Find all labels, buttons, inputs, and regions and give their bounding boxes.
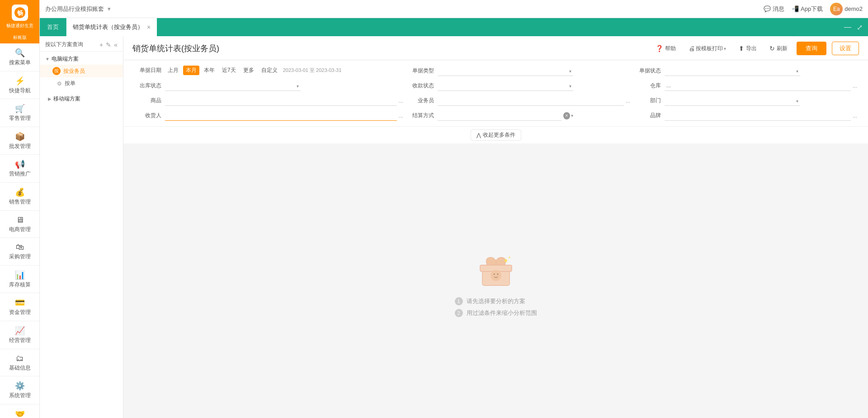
tab-active[interactable]: 销货单统计表（按业务员） × [66, 18, 157, 36]
tab-home[interactable]: 首页 [40, 18, 66, 36]
tabbar: 首页 销货单统计表（按业务员） × — ⤢ [40, 18, 868, 36]
ecommerce-icon: 🖥 [16, 215, 24, 225]
filter-row-3: 商品 ... 业务员 ... 部门 ▾ [132, 95, 859, 106]
sidebar-item-basic[interactable]: 🗂 基础信息 [0, 349, 39, 377]
brand-ellipsis[interactable]: ... [851, 111, 859, 121]
operations-icon: 📈 [15, 326, 25, 336]
filter-goods-col: 商品 ... [132, 95, 405, 106]
sidebar-label-search: 搜索菜单 [9, 59, 31, 66]
add-scheme-btn[interactable]: + [99, 41, 103, 48]
sidebar-item-inventory[interactable]: 📊 库存核算 [0, 266, 39, 294]
page-header-actions: ❓ 帮助 🖨 按模板打印 ▾ ⬆ 导出 ↻ 刷新 [652, 42, 859, 60]
topbar-dropdown-icon[interactable]: ▾ [108, 5, 111, 12]
outstatus-input-wrap: ▾ [165, 81, 301, 91]
date-label: 单据日期 [132, 66, 165, 74]
sales-icon: 💰 [15, 187, 25, 197]
export-btn[interactable]: ⬆ 导出 [735, 43, 760, 54]
purchase-icon: 🛍 [16, 242, 24, 252]
outstatus-label: 出库状态 [132, 82, 165, 90]
step1-text: 请先选择要分析的方案 [467, 297, 525, 305]
sidebar-item-retail[interactable]: 🛒 零售管理 [0, 99, 39, 127]
page-title: 销货单统计表(按业务员) [132, 43, 219, 58]
salesperson-input[interactable] [438, 95, 624, 106]
sidebar-item-ecommerce[interactable]: 🖥 电商管理 [0, 211, 39, 238]
message-btn[interactable]: 💬 消息 [764, 5, 784, 13]
btn-this-month[interactable]: 本月 [183, 66, 199, 75]
sidebar-item-operations[interactable]: 📈 经营管理 [0, 321, 39, 349]
sidebar-item-quicknav[interactable]: ⚡ 快捷导航 [0, 71, 39, 100]
sidebar-label-finance: 资金管理 [9, 309, 31, 316]
warehouse-input[interactable] [665, 81, 851, 91]
topbar-title: 办公用品行业模拟账套 [45, 5, 104, 13]
tab-minimize-btn[interactable]: — [842, 21, 853, 33]
refresh-btn[interactable]: ↻ 刷新 [766, 43, 791, 54]
goods-label: 商品 [132, 97, 165, 104]
recvperson-ellipsis[interactable]: ... [397, 111, 405, 121]
btn-more[interactable]: 更多 [241, 66, 257, 75]
svg-point-5 [509, 256, 510, 258]
btn-custom[interactable]: 自定义 [259, 66, 280, 75]
filter-settlement-col: 结算方式 × ▾ [405, 110, 632, 121]
collapse-panel-btn[interactable]: « [114, 41, 118, 48]
sidebar-label-basic: 基础信息 [9, 365, 31, 372]
settlement-label: 结算方式 [405, 112, 438, 119]
pc-group-label: 电脑端方案 [52, 55, 79, 63]
goods-ellipsis[interactable]: ... [397, 96, 405, 106]
help-btn[interactable]: ❓ 帮助 [652, 43, 679, 54]
sidebar-item-system[interactable]: ⚙️ 系统管理 [0, 376, 39, 404]
department-select[interactable] [665, 95, 800, 106]
settlement-select[interactable] [438, 110, 561, 121]
tab-active-label: 销货单统计表（按业务员） [73, 23, 143, 31]
app-download-btn[interactable]: 📲 App下载 [792, 5, 823, 13]
mobile-scheme-header[interactable]: ▶ 移动端方案 [40, 93, 123, 104]
tree-item-by-order[interactable]: ⚙ 按单 [40, 77, 123, 90]
sidebar-item-sales[interactable]: 💰 销售管理 [0, 183, 39, 211]
btn-this-year[interactable]: 本年 [201, 66, 217, 75]
btn-last-month[interactable]: 上月 [165, 66, 181, 75]
filter-warehouse-col: 仓库 ... [632, 81, 859, 91]
warehouse-ellipsis[interactable]: ... [851, 81, 859, 91]
tab-close-icon[interactable]: × [147, 24, 151, 30]
tab-maximize-btn[interactable]: ⤢ [855, 21, 864, 33]
settings-button[interactable]: 设置 [832, 42, 859, 55]
sidebar-item-marketing[interactable]: 📢 营销推广 [0, 155, 39, 183]
docstatus-select[interactable] [665, 66, 800, 76]
username-label: demo2 [844, 5, 863, 12]
empty-state: 1 请先选择要分析的方案 2 用过滤条件来缩小分析范围 [455, 245, 537, 317]
tree-item-by-salesperson[interactable]: 按 按业务员 [40, 65, 123, 77]
goods-input[interactable] [165, 95, 397, 106]
sidebar-item-purchase[interactable]: 🛍 采购管理 [0, 238, 39, 266]
filter-row-4: 收货人 ... 结算方式 × ▾ 品牌 [132, 110, 859, 121]
edit-scheme-btn[interactable]: ✎ [106, 41, 111, 48]
mobile-scheme-group: ▶ 移动端方案 [40, 91, 123, 106]
pc-scheme-header[interactable]: ▼ 电脑端方案 [40, 53, 123, 65]
page-header: 销货单统计表(按业务员) ❓ 帮助 🖨 按模板打印 ▾ ⬆ 导出 [123, 36, 868, 60]
retail-icon: 🛒 [15, 104, 25, 114]
recvstatus-select[interactable] [438, 81, 573, 91]
salesperson-ellipsis[interactable]: ... [624, 96, 632, 106]
query-button[interactable]: 查询 [797, 42, 826, 55]
settlement-clear-btn[interactable]: × [563, 112, 570, 119]
data-area: 1 请先选择要分析的方案 2 用过滤条件来缩小分析范围 [123, 143, 868, 418]
print-btn[interactable]: 🖨 按模板打印 ▾ [685, 43, 730, 54]
sidebar-item-finance[interactable]: 💳 资金管理 [0, 293, 39, 321]
sidebar-item-search[interactable]: 🔍 搜索菜单 [0, 43, 39, 71]
app-download-icon: 📲 [792, 5, 799, 12]
logo-text: 畅捷通好生意 [6, 23, 33, 29]
user-menu[interactable]: Ea demo2 [830, 3, 863, 15]
active-scheme-label: 按业务员 [63, 67, 85, 75]
basic-icon: 🗂 [16, 354, 24, 363]
sidebar-label-sales: 销售管理 [9, 199, 31, 206]
system-icon: ⚙️ [15, 381, 25, 391]
recvperson-input[interactable] [165, 110, 397, 121]
collapse-btn[interactable]: ⋀ 收起更多条件 [471, 129, 521, 141]
doctype-select[interactable] [438, 66, 573, 76]
btn-recent7[interactable]: 近7天 [219, 66, 239, 75]
sidebar-item-enterprise[interactable]: 🤝 企业协同 [0, 404, 39, 418]
filter-row-2: 出库状态 ▾ 收款状态 ▾ 仓库 [132, 81, 859, 91]
filter-docstatus-col: 单据状态 ▾ [632, 66, 859, 76]
outstatus-select[interactable] [165, 81, 301, 91]
pc-group-arrow: ▼ [45, 57, 50, 62]
sidebar-item-wholesale[interactable]: 📦 批发管理 [0, 127, 39, 155]
brand-input[interactable] [665, 110, 851, 121]
